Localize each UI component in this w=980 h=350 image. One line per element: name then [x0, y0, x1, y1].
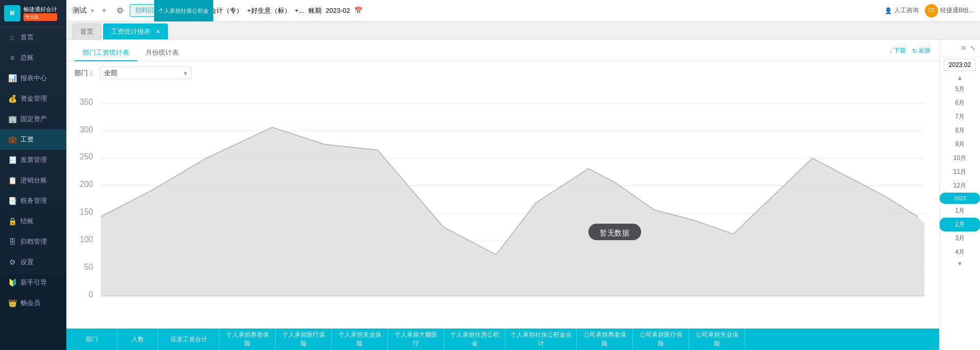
- month-3[interactable]: 3月: [940, 231, 980, 245]
- month-11[interactable]: 11月: [940, 165, 980, 179]
- settings-icon: ⚙: [8, 258, 16, 266]
- sidebar-item-salary[interactable]: 💼 工资: [0, 129, 66, 150]
- tab-salary-report[interactable]: 工资统计报表 ✕: [103, 24, 168, 39]
- sidebar-label-settings: 设置: [20, 258, 34, 267]
- nav-up-button[interactable]: ▲: [940, 73, 980, 82]
- month-9[interactable]: 9月: [940, 137, 980, 151]
- month-6[interactable]: 6月: [940, 96, 980, 110]
- col-personal-major-medical: 个人承担大额医疗: [388, 329, 444, 350]
- sidebar-item-tax[interactable]: 📑 税务管理: [0, 191, 66, 211]
- sidebar-item-members[interactable]: 👑 畅会员: [0, 293, 66, 313]
- sidebar-label-tax: 税务管理: [20, 196, 47, 205]
- year-2023-badge: 2023: [940, 193, 980, 204]
- sidebar-item-home[interactable]: ⌂ 首页: [0, 27, 66, 48]
- main-area: 测试 ▾ ＋ ⚙ 切到旧版 ✓ 已认证 好会计（专） +好生意（标） +... …: [66, 0, 980, 350]
- download-button[interactable]: ↓ 下载: [889, 46, 906, 55]
- sales-icon: 📋: [8, 176, 16, 184]
- svg-text:50: 50: [84, 263, 93, 271]
- sidebar-label-invoice: 发票管理: [20, 155, 47, 165]
- funds-icon: 💰: [8, 95, 16, 103]
- tab-close-icon[interactable]: ✕: [156, 29, 160, 35]
- add-icon[interactable]: ＋: [98, 3, 110, 18]
- sidebar-label-guide: 新手引导: [20, 278, 47, 287]
- month-5[interactable]: 5月: [940, 82, 980, 96]
- sidebar-logo: 财 畅捷通好会计 专业版: [0, 0, 66, 27]
- subtabs-bar: 部门工资统计表 月份统计表 ↓ 下载 ↻ 刷新: [66, 40, 939, 61]
- user-name: 轻捷通B组...: [940, 6, 974, 15]
- sidebar-label-reports: 报表中心: [20, 74, 47, 83]
- svg-text:250: 250: [80, 152, 93, 161]
- user-avatar: CE: [925, 4, 938, 17]
- closing-icon: 🔒: [8, 217, 16, 225]
- nav-down-button[interactable]: ▼: [940, 259, 980, 268]
- month-12[interactable]: 12月: [940, 179, 980, 193]
- invoice-icon: 🧾: [8, 156, 16, 164]
- refresh-icon: ↻: [912, 48, 917, 55]
- good-business-label: +好生意（标）: [247, 6, 291, 15]
- col-gross-salary: 应发工资合计: [158, 329, 219, 350]
- sidebar-item-archive[interactable]: 🗄 归档管理: [0, 231, 66, 252]
- download-icon: ↓: [889, 48, 892, 55]
- sidebar-label-ledger: 总账: [20, 53, 34, 62]
- sidebar-item-assets[interactable]: 🏢 固定资产: [0, 109, 66, 129]
- right-panel: ✕ ⤡ ▲ 5月 6月 7月 8月 9月 10月 11月 12月 2023 1月…: [939, 40, 980, 350]
- month-10[interactable]: 10月: [940, 151, 980, 165]
- user-menu-button[interactable]: CE 轻捷通B组...: [925, 4, 974, 17]
- company-dropdown-arrow[interactable]: ▾: [91, 7, 94, 14]
- sidebar-label-salary: 工资: [20, 135, 34, 144]
- subtab-monthly[interactable]: 月份统计表: [137, 45, 187, 61]
- dept-select[interactable]: 全部: [100, 66, 191, 79]
- month-7[interactable]: 7月: [940, 110, 980, 124]
- col-personal-total: 个人承担社保公积金合计: [505, 329, 577, 350]
- sidebar-item-funds[interactable]: 💰 资金管理: [0, 88, 66, 109]
- col-personal-pension: 个人承担养老保险: [219, 329, 276, 350]
- col-personal-housing-fund: 个人承担住房公积金: [444, 329, 505, 350]
- sidebar-item-guide[interactable]: 🔰 新手引导: [0, 272, 66, 293]
- col-company-pension: 公司承担养老保险: [577, 329, 633, 350]
- assets-icon: 🏢: [8, 115, 16, 123]
- content-main: 部门工资统计表 月份统计表 ↓ 下载 ↻ 刷新 部门：: [66, 40, 939, 350]
- date-input-area: [940, 57, 980, 73]
- subtab-dept-salary[interactable]: 部门工资统计表: [75, 45, 137, 61]
- sidebar-item-sales[interactable]: 📋 进销台账: [0, 170, 66, 191]
- settings-topbar-icon[interactable]: ⚙: [114, 4, 126, 17]
- sidebar-item-ledger[interactable]: ≡ 总账: [0, 48, 66, 68]
- sidebar-label-archive: 归档管理: [20, 237, 47, 246]
- svg-text:350: 350: [80, 97, 93, 106]
- col-count: 人数: [117, 329, 158, 350]
- month-8[interactable]: 8月: [940, 124, 980, 137]
- sidebar-item-invoice[interactable]: 🧾 发票管理: [0, 150, 66, 170]
- tax-icon: 📑: [8, 197, 16, 205]
- sidebar-label-funds: 资金管理: [20, 94, 47, 103]
- sidebar-label-closing: 结账: [20, 217, 34, 226]
- sidebar-item-reports[interactable]: 📊 报表中心: [0, 68, 66, 88]
- calendar-icon[interactable]: 📅: [354, 7, 362, 14]
- svg-text:150: 150: [80, 207, 93, 216]
- tab-home[interactable]: 首页: [72, 24, 101, 39]
- month-4[interactable]: 4月: [940, 245, 980, 259]
- help-button[interactable]: 👤 人工咨询: [885, 6, 919, 15]
- col-personal-unemployment: 个人承担失业保险: [332, 329, 388, 350]
- sidebar-item-settings[interactable]: ⚙ 设置: [0, 252, 66, 272]
- date-input[interactable]: [944, 59, 976, 71]
- members-icon: 👑: [8, 299, 16, 307]
- month-2[interactable]: 2月: [940, 218, 980, 231]
- sidebar-label-members: 畅会员: [20, 298, 40, 308]
- guide-icon: 🔰: [8, 278, 16, 287]
- expand-panel-icon[interactable]: ⤡: [970, 44, 976, 52]
- svg-marker-16: [101, 127, 924, 296]
- subtabs-actions: ↓ 下载 ↻ 刷新: [889, 46, 931, 59]
- sidebar: 财 畅捷通好会计 专业版 ⌂ 首页 ≡ 总账 📊 报表中心 💰 资金管理 🏢 固…: [0, 0, 66, 350]
- dept-filter-label: 部门：: [75, 68, 94, 78]
- more-status-label: +...: [295, 7, 304, 14]
- close-panel-icon[interactable]: ✕: [961, 44, 967, 52]
- salary-report-tab-label: 工资统计报表: [111, 28, 151, 35]
- refresh-button[interactable]: ↻ 刷新: [912, 46, 931, 55]
- salary-icon: 💼: [8, 135, 16, 144]
- home-icon: ⌂: [8, 33, 16, 41]
- sidebar-item-closing[interactable]: 🔒 结账: [0, 211, 66, 231]
- topbar-right: 👤 人工咨询 CE 轻捷通B组...: [885, 4, 974, 17]
- month-1[interactable]: 1月: [940, 204, 980, 218]
- svg-text:200: 200: [80, 180, 93, 189]
- col-company-medical: 公司承担医疗保险: [633, 329, 689, 350]
